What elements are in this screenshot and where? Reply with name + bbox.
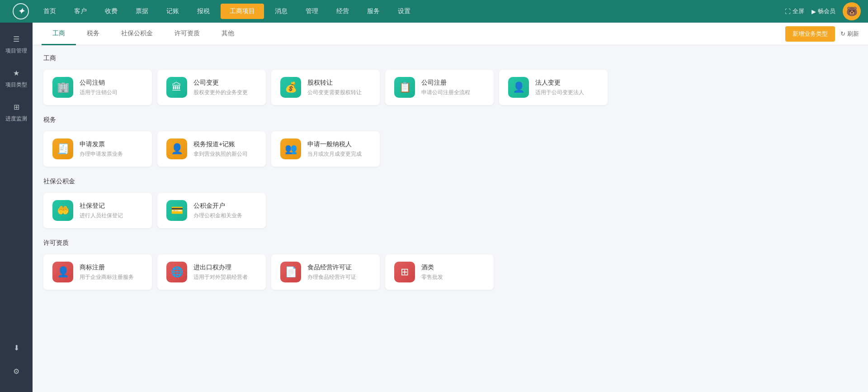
nav-item-经营[interactable]: 经营 <box>327 0 358 23</box>
tab-工商[interactable]: 工商 <box>42 23 76 45</box>
card-info: 酒类 零售批发 <box>421 263 443 281</box>
card-desc: 适用于注销公司 <box>80 89 118 96</box>
service-card[interactable]: 📄 食品经营许可证 办理食品经营许可证 <box>271 254 380 290</box>
logo: ✦ <box>7 3 34 19</box>
nav-item-服务[interactable]: 服务 <box>358 0 389 23</box>
card-title: 酒类 <box>421 263 443 272</box>
tab-其他[interactable]: 其他 <box>211 23 245 45</box>
card-title: 申请一般纳税人 <box>307 140 362 148</box>
sidebar-item-进度监测[interactable]: ⊞进度监测 <box>0 95 33 129</box>
add-business-type-button[interactable]: 新增业务类型 <box>785 26 835 42</box>
vip-button[interactable]: ▶ 畅会员 <box>811 7 835 15</box>
cards-grid: 🤲 社保登记 进行人员社保登记 💳 公积金开户 办理公积金相关业务 <box>43 193 857 228</box>
card-info: 社保登记 进行人员社保登记 <box>80 202 123 220</box>
fullscreen-icon: ⛶ <box>785 8 791 15</box>
sidebar-bottom-icon: ⚙ <box>11 366 22 377</box>
nav-items: 首页客户收费票据记账报税工商项目消息管理经营服务设置 <box>34 0 785 23</box>
nav-item-票据[interactable]: 票据 <box>127 0 157 23</box>
card-title: 法人变更 <box>535 79 584 87</box>
card-icon: 👤 <box>166 139 187 159</box>
card-desc: 用于企业商标注册服务 <box>80 273 134 281</box>
cards-grid: 🧾 申请发票 办理申请发票业务 👤 税务报道+记账 拿到营业执照的新公司 👥 申… <box>43 131 857 167</box>
service-card[interactable]: 💳 公积金开户 办理公积金相关业务 <box>157 193 266 228</box>
card-icon: 🧾 <box>52 139 73 159</box>
sidebar-label: 进度监测 <box>5 115 27 123</box>
nav-item-记账[interactable]: 记账 <box>157 0 188 23</box>
tab-许可资质[interactable]: 许可资质 <box>164 23 211 45</box>
service-card[interactable]: 🧾 申请发票 办理申请发票业务 <box>43 131 152 167</box>
card-icon: 👤 <box>52 262 73 282</box>
service-card[interactable]: 🏛 公司变更 股权变更外的业务变更 <box>157 70 266 105</box>
logo-icon: ✦ <box>13 3 29 19</box>
sidebar-item-项目类型[interactable]: ★项目类型 <box>0 61 33 95</box>
refresh-icon: ↻ <box>840 30 845 37</box>
sidebar-item-项目管理[interactable]: ☰项目管理 <box>0 27 33 61</box>
content-area: 工商税务社保公积金许可资质其他 新增业务类型 ↻ 刷新 工商 🏢 公司注销 适用… <box>33 23 868 392</box>
main-layout: ☰项目管理★项目类型⊞进度监测⬇⚙ 工商税务社保公积金许可资质其他 新增业务类型… <box>0 23 868 392</box>
tab-税务[interactable]: 税务 <box>76 23 110 45</box>
tab-社保公积金[interactable]: 社保公积金 <box>110 23 164 45</box>
card-icon: 🤲 <box>52 200 73 221</box>
nav-item-消息[interactable]: 消息 <box>266 0 297 23</box>
nav-item-报税[interactable]: 报税 <box>188 0 219 23</box>
sidebar-icon: ⊞ <box>11 101 22 112</box>
card-info: 法人变更 适用于公司变更法人 <box>535 79 584 96</box>
section-title: 许可资质 <box>43 239 857 247</box>
sidebar-label: 项目管理 <box>5 47 27 55</box>
card-info: 公积金开户 办理公积金相关业务 <box>193 202 242 220</box>
tab-actions: 新增业务类型 ↻ 刷新 <box>785 26 859 42</box>
sidebar-bottom-icon: ⬇ <box>11 342 22 353</box>
card-info: 商标注册 用于企业商标注册服务 <box>80 263 134 281</box>
card-desc: 进行人员社保登记 <box>80 212 123 220</box>
service-card[interactable]: 💰 股权转让 公司变更需要股权转让 <box>271 70 380 105</box>
scroll-content: 工商 🏢 公司注销 适用于注销公司 🏛 公司变更 股权变更外的业务变更 💰 股权… <box>33 45 868 392</box>
card-title: 公积金开户 <box>193 202 242 210</box>
service-card[interactable]: 👤 税务报道+记账 拿到营业执照的新公司 <box>157 131 266 167</box>
card-icon: 🏢 <box>52 77 73 98</box>
section-title: 工商 <box>43 54 857 62</box>
card-icon: 📋 <box>394 77 415 98</box>
card-icon: 📄 <box>280 262 301 282</box>
sidebar-bottom-item[interactable]: ⚙ <box>0 359 33 383</box>
service-card[interactable]: 👤 商标注册 用于企业商标注册服务 <box>43 254 152 290</box>
sidebar-bottom-item[interactable]: ⬇ <box>0 336 33 359</box>
service-card[interactable]: 🏢 公司注销 适用于注销公司 <box>43 70 152 105</box>
service-card[interactable]: 👥 申请一般纳税人 当月或次月成变更完成 <box>271 131 380 167</box>
section-工商: 工商 🏢 公司注销 适用于注销公司 🏛 公司变更 股权变更外的业务变更 💰 股权… <box>43 54 857 105</box>
sidebar-icon: ☰ <box>11 33 22 44</box>
service-card[interactable]: 👤 法人变更 适用于公司变更法人 <box>499 70 608 105</box>
vip-icon: ▶ <box>811 8 816 15</box>
card-icon: 🏛 <box>166 77 187 98</box>
card-title: 税务报道+记账 <box>193 140 248 148</box>
card-title: 股权转让 <box>307 79 362 87</box>
nav-item-设置[interactable]: 设置 <box>389 0 420 23</box>
refresh-button[interactable]: ↻ 刷新 <box>840 30 859 38</box>
card-icon: 👤 <box>508 77 529 98</box>
service-card[interactable]: ⊞ 酒类 零售批发 <box>385 254 494 290</box>
card-desc: 适用于对外贸易经营者 <box>193 273 248 281</box>
card-info: 公司注销 适用于注销公司 <box>80 79 118 96</box>
card-info: 公司变更 股权变更外的业务变更 <box>193 79 248 96</box>
fullscreen-button[interactable]: ⛶ 全屏 <box>785 7 804 15</box>
section-税务: 税务 🧾 申请发票 办理申请发票业务 👤 税务报道+记账 拿到营业执照的新公司 … <box>43 116 857 167</box>
service-card[interactable]: 🌐 进出口权办理 适用于对外贸易经营者 <box>157 254 266 290</box>
card-title: 社保登记 <box>80 202 123 210</box>
card-desc: 适用于公司变更法人 <box>535 89 584 96</box>
card-desc: 股权变更外的业务变更 <box>193 89 248 96</box>
sidebar: ☰项目管理★项目类型⊞进度监测⬇⚙ <box>0 23 33 392</box>
nav-right: ⛶ 全屏 ▶ 畅会员 🐻 <box>785 2 861 20</box>
card-title: 公司注销 <box>80 79 118 87</box>
card-desc: 办理食品经营许可证 <box>307 273 356 281</box>
mascot-icon: 🐻 <box>843 2 861 20</box>
section-title: 社保公积金 <box>43 177 857 186</box>
section-社保公积金: 社保公积金 🤲 社保登记 进行人员社保登记 💳 公积金开户 办理公积金相关业务 <box>43 177 857 228</box>
nav-item-管理[interactable]: 管理 <box>297 0 327 23</box>
card-desc: 零售批发 <box>421 273 443 281</box>
service-card[interactable]: 📋 公司注册 申请公司注册全流程 <box>385 70 494 105</box>
nav-item-首页[interactable]: 首页 <box>34 0 65 23</box>
service-card[interactable]: 🤲 社保登记 进行人员社保登记 <box>43 193 152 228</box>
nav-item-收费[interactable]: 收费 <box>96 0 127 23</box>
nav-item-工商项目[interactable]: 工商项目 <box>221 4 264 19</box>
nav-item-客户[interactable]: 客户 <box>65 0 96 23</box>
section-许可资质: 许可资质 👤 商标注册 用于企业商标注册服务 🌐 进出口权办理 适用于对外贸易经… <box>43 239 857 290</box>
